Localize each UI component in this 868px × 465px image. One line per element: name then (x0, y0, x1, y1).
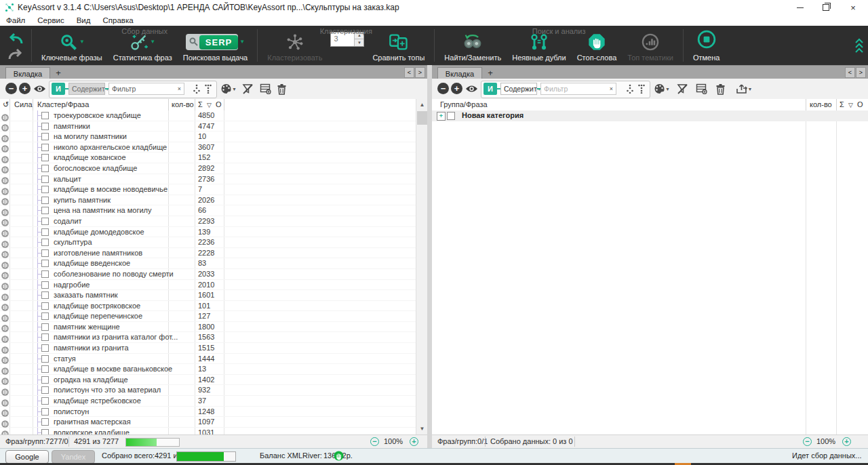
scroll-thumb[interactable] (417, 111, 427, 125)
report-table-button[interactable] (695, 83, 707, 94)
cluster-row[interactable]: кладбище домодедовское139 (0, 227, 416, 238)
row-checkbox[interactable] (41, 186, 49, 193)
stop-words-button[interactable]: Стоп-слова (572, 32, 623, 62)
export-button[interactable]: ▼ (734, 83, 753, 94)
cluster-row[interactable]: кладбище в москве новодевичье7 (0, 184, 416, 195)
dropdown-caret-icon[interactable]: ▼ (150, 39, 155, 45)
cluster-row[interactable]: заказать памятник1601 (0, 290, 416, 301)
cluster-row[interactable]: цена на памятник на могилу66 (0, 205, 416, 216)
clear-filters-button[interactable] (241, 83, 254, 94)
cluster-row[interactable]: скульптура2236 (0, 237, 416, 248)
row-checkbox[interactable] (41, 418, 49, 426)
cluster-row[interactable]: кладбище перепечинское127 (0, 311, 416, 322)
expand-tree-button[interactable] (191, 83, 203, 94)
col-strength[interactable]: Сила (14, 100, 33, 108)
row-checkbox[interactable] (41, 249, 49, 257)
cluster-row[interactable]: полистоун что это за материал932 (0, 385, 416, 396)
clear-filters-button[interactable] (676, 83, 688, 94)
row-checkbox[interactable] (41, 344, 49, 352)
cluster-row[interactable]: полистоун1248 (0, 407, 416, 418)
scroll-up-icon[interactable]: ▲ (416, 99, 427, 110)
cluster-row[interactable]: надгробие2010 (0, 280, 416, 291)
cluster-row[interactable]: кладбище ястребковское37 (0, 396, 416, 407)
row-checkbox[interactable] (41, 228, 49, 236)
left-tab-next-button[interactable]: > (415, 67, 425, 78)
filter-input[interactable]: Фильтр × (540, 83, 616, 95)
row-checkbox[interactable] (41, 133, 49, 140)
filter-condition-select[interactable]: Содержит▼ (68, 83, 105, 95)
row-checkbox[interactable] (41, 291, 49, 299)
left-tab[interactable]: Вкладка (5, 67, 50, 79)
cluster-row[interactable]: гранитная мастерская1097 (0, 417, 416, 428)
group-row[interactable]: +Новая категория (432, 110, 868, 121)
implicit-duplicates-button[interactable]: Неявные дубли (507, 32, 571, 62)
filter-and-button[interactable]: И (52, 83, 65, 95)
zoom-in-button[interactable]: + (842, 437, 851, 446)
restore-button[interactable] (814, 0, 838, 15)
delete-trash-button[interactable] (275, 83, 288, 94)
row-checkbox[interactable] (41, 355, 49, 363)
zoom-out-button[interactable]: − (803, 437, 812, 446)
collapse-tree-button[interactable] (635, 83, 648, 94)
col-o[interactable]: O (857, 100, 863, 108)
phrase-stats-button[interactable]: ▼ Статистика фраз (108, 32, 178, 62)
row-checkbox[interactable] (41, 112, 49, 119)
row-checkbox[interactable] (41, 281, 49, 289)
key-phrases-button[interactable]: ▼ Ключевые фразы (36, 32, 108, 62)
filter-and-button[interactable]: И (484, 83, 497, 95)
cluster-row[interactable]: статуя1444 (0, 354, 416, 365)
col-funnel-icon[interactable]: ▽ (207, 102, 212, 108)
col-funnel-icon[interactable]: ▽ (848, 102, 853, 108)
filter-input[interactable]: Фильтр × (108, 83, 184, 95)
cluster-row[interactable]: на могилу памятники10 (0, 132, 416, 142)
cluster-row[interactable]: волковское кладбище1031 (0, 428, 416, 434)
row-checkbox[interactable] (41, 333, 49, 341)
row-checkbox[interactable] (41, 397, 49, 405)
cluster-row[interactable]: богословское кладбище2892 (0, 163, 416, 174)
col-cluster[interactable]: Кластер/Фраза (37, 100, 89, 108)
row-checkbox[interactable] (41, 218, 49, 225)
zoom-out-button[interactable]: − (370, 437, 379, 446)
collapse-all-button[interactable]: − (5, 83, 17, 94)
expand-group-icon[interactable]: + (437, 112, 446, 121)
visibility-eye-icon[interactable] (33, 85, 46, 93)
clear-filter-icon[interactable]: × (610, 85, 613, 92)
filter-condition-select[interactable]: Содержит▼ (500, 83, 537, 95)
cluster-row[interactable]: памятники из гранита каталог фот...1563 (0, 332, 416, 343)
col-count[interactable]: кол-во (810, 100, 832, 108)
collapse-tree-button[interactable] (202, 83, 214, 94)
row-checkbox[interactable] (41, 323, 49, 331)
col-group[interactable]: Группа/Фраза (440, 100, 488, 108)
row-checkbox[interactable] (41, 176, 49, 183)
collapse-all-button[interactable]: − (437, 83, 449, 94)
cluster-row[interactable]: кладбище введенское83 (0, 258, 416, 269)
row-checkbox[interactable] (41, 312, 49, 320)
close-button[interactable]: × (841, 0, 865, 15)
col-sum-icon[interactable]: Σ (198, 100, 203, 108)
right-tab[interactable]: Вкладка (437, 67, 482, 79)
cluster-row[interactable]: кладбище востряковское101 (0, 301, 416, 312)
visibility-eye-icon[interactable] (465, 85, 478, 93)
row-checkbox[interactable] (41, 260, 49, 267)
expand-tree-button[interactable] (624, 83, 636, 94)
find-replace-button[interactable]: Найти/Заменить (439, 32, 507, 62)
undo-button[interactable] (7, 31, 24, 45)
panel-splitter[interactable] (427, 65, 432, 448)
col-sum-icon[interactable]: Σ (840, 100, 844, 108)
menu-service[interactable]: Сервис (37, 16, 64, 24)
expand-all-button[interactable]: + (19, 83, 31, 94)
menu-help[interactable]: Справка (102, 16, 133, 24)
cluster-row[interactable]: содалит2293 (0, 216, 416, 227)
row-checkbox[interactable] (41, 429, 49, 434)
left-scrollbar[interactable]: ▲ ▼ (416, 99, 427, 434)
row-checkbox[interactable] (41, 165, 49, 172)
row-checkbox[interactable] (41, 270, 49, 278)
row-checkbox[interactable] (447, 112, 455, 120)
clear-filter-icon[interactable]: × (178, 85, 181, 92)
cluster-row[interactable]: троекуровское кладбище4850 (0, 110, 416, 121)
compare-tops-button[interactable]: Сравнить топы (367, 32, 430, 62)
row-checkbox[interactable] (41, 207, 49, 214)
left-tab-prev-button[interactable]: < (404, 67, 414, 78)
menu-file[interactable]: Файл (6, 16, 25, 24)
palette-button[interactable]: ▼ (653, 83, 671, 94)
